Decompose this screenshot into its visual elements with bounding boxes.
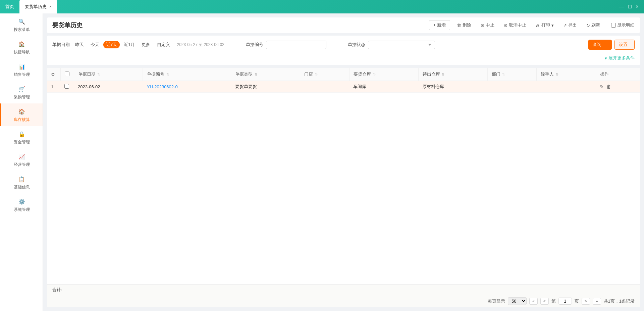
sidebar-item-basic-info[interactable]: 📋 基础信息 — [0, 171, 43, 193]
col-doc-date[interactable]: 单据日期 ⇅ — [74, 68, 143, 81]
filter-row-1: 单据日期 昨天 今天 近7天 近1月 更多 自定义 2023-05-27 至 2… — [52, 40, 635, 50]
row-store — [300, 81, 350, 93]
col-pending-warehouse[interactable]: 待出仓库 ⇅ — [418, 68, 487, 81]
tab-home-label: 首页 — [5, 4, 14, 10]
sidebar-item-system-mgmt[interactable]: ⚙️ 系统管理 — [0, 193, 43, 216]
doc-no-input[interactable] — [266, 41, 326, 49]
top-bar: 首页 要货单历史 × — □ × — [0, 0, 644, 13]
first-page-btn[interactable]: « — [529, 298, 538, 305]
display-detail-input[interactable] — [611, 23, 616, 28]
last-page-btn[interactable]: » — [593, 298, 601, 305]
sidebar-item-sales-mgmt[interactable]: 📊 销售管理 — [0, 58, 43, 81]
refresh-icon: ↻ — [586, 23, 590, 28]
table-body: 1 2023-06-02 YH-20230602-0 要货单要货 — [47, 81, 640, 93]
row-index: 1 — [47, 81, 60, 93]
col-dept[interactable]: 部门 ⇅ — [487, 68, 537, 81]
refresh-button[interactable]: ↻ 刷新 — [584, 20, 603, 30]
sidebar-item-search-menu[interactable]: 🔍 搜索菜单 — [0, 13, 43, 36]
col-handler-sort: ⇅ — [556, 73, 558, 76]
doc-no-link[interactable]: YH-20230602-0 — [147, 84, 178, 89]
expand-more-btn[interactable]: ▾ 展开更多条件 — [605, 55, 635, 61]
col-doc-no[interactable]: 单据编号 ⇅ — [143, 68, 231, 81]
display-detail-checkbox[interactable]: 显示明细 — [611, 22, 635, 28]
sidebar-label-inventory: 库存核算 — [14, 117, 30, 123]
system-icon: ⚙️ — [18, 198, 25, 205]
sidebar-item-ops-mgmt[interactable]: 📈 经营管理 — [0, 148, 43, 171]
tab-requisition-history[interactable]: 要货单历史 × — [19, 0, 57, 13]
prev-page-btn[interactable]: < — [540, 298, 549, 305]
sidebar-label-purchase: 采购管理 — [14, 94, 30, 100]
col-store[interactable]: 门店 ⇅ — [300, 68, 350, 81]
main-layout: 🔍 搜索菜单 🏠 快捷导航 📊 销售管理 🛒 采购管理 🏠 库存核算 🔒 资金管… — [0, 13, 644, 311]
table-row: 1 2023-06-02 YH-20230602-0 要货单要货 — [47, 81, 640, 93]
print-icon: 🖨 — [536, 23, 540, 28]
col-doc-type-label: 单据类型 — [235, 72, 253, 77]
export-button[interactable]: ↗ 导出 — [560, 20, 580, 30]
table-footer: 每页显示 20 50 100 200 « < 第 页 > » 共1页，1条记录 — [47, 295, 640, 307]
tab-home[interactable]: 首页 — [0, 0, 19, 13]
finance-icon: 🔒 — [18, 131, 25, 137]
sidebar-label-basic-info: 基础信息 — [14, 184, 30, 190]
sidebar-label-search-menu: 搜索菜单 — [14, 27, 30, 33]
date-btn-custom[interactable]: 自定义 — [154, 41, 173, 48]
top-bar-right: — □ × — [619, 4, 644, 10]
col-pending-warehouse-label: 待出仓库 — [423, 72, 440, 77]
status-select[interactable] — [368, 41, 435, 49]
sidebar-item-purchase-mgmt[interactable]: 🛒 采购管理 — [0, 81, 43, 103]
col-action: 操作 — [596, 68, 640, 81]
print-button[interactable]: 🖨 打印 ▾ — [533, 20, 556, 30]
stop-button[interactable]: ⊘ 中止 — [478, 20, 497, 30]
row-checkbox — [60, 81, 74, 93]
settings-button[interactable]: 设置 — [614, 40, 635, 50]
filter-action-area: 查询 设置 — [588, 40, 635, 50]
row-action: ✎ 🗑 — [596, 81, 640, 93]
export-icon: ↗ — [563, 23, 567, 28]
minimize-icon[interactable]: — — [619, 4, 624, 10]
row-doc-no: YH-20230602-0 — [143, 81, 231, 93]
sidebar-label-system: 系统管理 — [14, 207, 30, 213]
display-detail-label: 显示明细 — [617, 22, 635, 28]
page-prefix-label: 第 — [551, 298, 556, 304]
sidebar-item-finance-mgmt[interactable]: 🔒 资金管理 — [0, 126, 43, 148]
col-req-warehouse[interactable]: 要货仓库 ⇅ — [349, 68, 418, 81]
cancel-stop-button[interactable]: ⊘ 取消中止 — [501, 20, 529, 30]
sidebar-item-inventory[interactable]: 🏠 库存核算 — [0, 103, 43, 126]
delete-button[interactable]: 🗑 删除 — [454, 20, 474, 30]
query-button-label: 查询 — [593, 42, 601, 48]
date-range-display: 2023-05-27 至 2023-06-02 — [177, 42, 224, 48]
new-button[interactable]: + 新增 — [429, 20, 450, 30]
sidebar-label-quick-nav: 快捷导航 — [14, 49, 30, 55]
summary-label: 合计: — [52, 287, 62, 293]
col-handler[interactable]: 经手人 ⇅ — [537, 68, 596, 81]
page-number-input[interactable] — [558, 298, 572, 305]
date-btn-more[interactable]: 更多 — [139, 41, 153, 48]
page-size-select[interactable]: 20 50 100 200 — [508, 297, 527, 305]
row-edit-icon[interactable]: ✎ — [600, 84, 604, 89]
page-header: 要货单历史 + 新增 🗑 删除 ⊘ 中止 ⊘ 取消中止 🖨 — [47, 17, 640, 33]
filter-area: 单据日期 昨天 今天 近7天 近1月 更多 自定义 2023-05-27 至 2… — [47, 36, 640, 65]
date-btn-today[interactable]: 今天 — [88, 41, 102, 48]
new-button-label: + 新增 — [433, 22, 446, 28]
select-all-checkbox[interactable] — [65, 72, 69, 76]
row-delete-icon[interactable]: 🗑 — [606, 84, 611, 89]
row-select-checkbox[interactable] — [64, 84, 69, 89]
pagination: 每页显示 20 50 100 200 « < 第 页 > » 共1页，1条记录 — [488, 297, 635, 305]
close-window-icon[interactable]: × — [636, 4, 639, 10]
sidebar-item-quick-nav[interactable]: 🏠 快捷导航 — [0, 36, 43, 58]
tab-requisition-label: 要货单历史 — [25, 4, 47, 10]
date-btn-last1month[interactable]: 近1月 — [121, 41, 138, 48]
filter-docno-item: 单据编号 — [246, 41, 326, 49]
basic-info-icon: 📋 — [18, 176, 25, 182]
maximize-icon[interactable]: □ — [628, 4, 632, 10]
sidebar: 🔍 搜索菜单 🏠 快捷导航 📊 销售管理 🛒 采购管理 🏠 库存核算 🔒 资金管… — [0, 13, 43, 311]
date-btn-last7days[interactable]: 近7天 — [103, 41, 120, 48]
stop-icon: ⊘ — [481, 23, 484, 28]
tab-close-icon[interactable]: × — [49, 4, 52, 9]
next-page-btn[interactable]: > — [582, 298, 590, 305]
table-scroll-area: ⚙ 单据日期 ⇅ 单据编号 ⇅ — [47, 68, 640, 284]
col-doc-type[interactable]: 单据类型 ⇅ — [231, 68, 300, 81]
query-button[interactable]: 查询 — [588, 40, 612, 50]
date-btn-yesterday[interactable]: 昨天 — [72, 41, 87, 48]
col-settings[interactable]: ⚙ — [47, 68, 60, 81]
sidebar-label-finance: 资金管理 — [14, 139, 30, 145]
